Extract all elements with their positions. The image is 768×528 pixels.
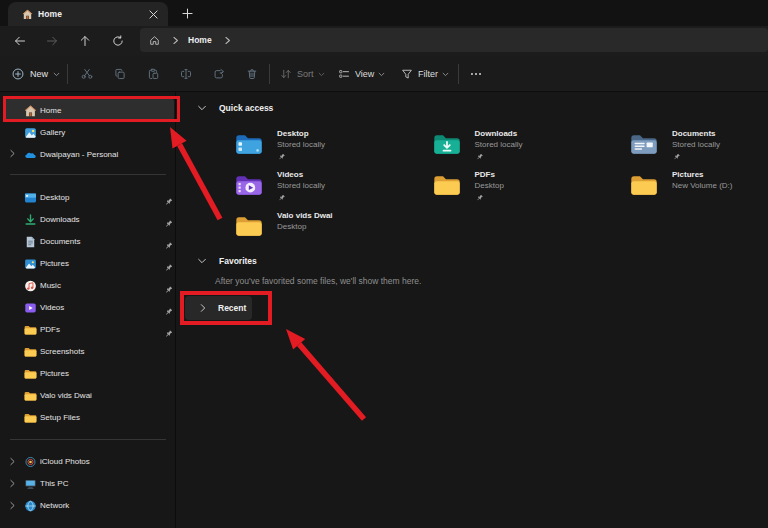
filter-button[interactable]: Filter [394,60,456,88]
sidebar-item-this-pc[interactable]: This PC [0,472,176,494]
chevron-down-icon[interactable] [196,102,208,114]
address-bar[interactable]: Home [140,28,768,52]
chevron-right-icon[interactable] [6,148,18,160]
quick-access-item-pdfs[interactable]: PDFs Desktop [431,169,623,209]
new-tab-button[interactable] [177,3,197,23]
sidebar-item-gallery[interactable]: Gallery [0,121,176,143]
home-icon [24,103,37,116]
view-icon [338,68,350,80]
chevron-right-icon[interactable] [197,302,209,314]
pin-icon [672,153,681,161]
up-button[interactable] [73,29,97,53]
up-arrow-icon [79,35,91,47]
folder-icon [630,172,658,198]
videos-folder-icon [235,172,263,198]
sidebar-item-onedrive[interactable]: Dwaipayan - Personal [0,143,176,165]
new-button-label: New [30,69,48,79]
cut-icon [81,68,93,80]
view-button-label: View [355,69,374,79]
quick-access-item-desktop[interactable]: Desktop Stored locally [233,128,425,168]
breadcrumb-chevron-icon[interactable] [224,36,231,45]
tab-close-button[interactable] [144,5,162,23]
favorites-empty-message: After you've favorited some files, we'll… [215,276,421,286]
paste-icon [147,68,159,80]
documents-icon [24,235,37,248]
chevron-down-icon [442,71,449,78]
quick-access-item-pictures[interactable]: Pictures New Volume (D:) [628,169,768,209]
forward-arrow-icon [46,35,58,47]
documents-folder-icon [630,131,658,157]
pictures-icon [24,257,37,270]
copy-icon [114,68,126,80]
sidebar-item-network[interactable]: Network [0,494,176,516]
chevron-right-icon[interactable] [6,455,18,467]
view-button[interactable]: View [331,60,392,88]
sort-icon [280,68,292,80]
favorites-header[interactable]: Favorites [196,255,257,267]
pin-icon [475,153,484,161]
refresh-button[interactable] [106,29,130,53]
chevron-down-icon [53,71,60,78]
new-plus-icon [12,68,24,80]
sidebar-item-pdfs[interactable]: PDFs [0,318,176,340]
gallery-icon [24,125,37,138]
back-button[interactable] [8,29,32,53]
recent-section-header[interactable]: Recent [185,296,252,320]
sidebar-item-videos[interactable]: Videos [0,296,176,318]
folder-icon [24,367,37,380]
delete-icon [246,68,258,80]
delete-button[interactable] [235,60,268,88]
paste-button[interactable] [136,60,169,88]
cut-button data-interactable= [70,60,103,88]
new-button[interactable]: New [10,60,62,88]
forward-button[interactable] [40,29,64,53]
folder-icon [433,172,461,198]
sidebar-item-icloud-photos[interactable]: iCloud Photos [0,450,176,472]
sidebar-item-pictures[interactable]: Pictures [0,252,176,274]
chevron-right-icon[interactable] [6,499,18,511]
quick-access-item-downloads[interactable]: Downloads Stored locally [431,128,623,168]
sort-button[interactable]: Sort [273,60,332,88]
refresh-icon [112,35,124,47]
desktop-folder-icon [24,191,37,204]
sidebar-item-pictures-folder[interactable]: Pictures [0,362,176,384]
pin-icon [475,194,484,202]
onedrive-icon [24,147,37,160]
sidebar-item-documents[interactable]: Documents [0,230,176,252]
pin-icon [164,303,173,312]
copy-button[interactable] [103,60,136,88]
sidebar-divider [10,439,166,440]
home-tab-icon [22,9,33,20]
folder-icon [235,213,263,239]
close-icon [149,10,158,19]
file-explorer-window: Home [0,0,768,528]
navigation-pane: Home Gallery Dwaipayan - Personal [0,92,176,528]
sidebar-item-downloads[interactable]: Downloads [0,208,176,230]
quick-access-item-valo-vids[interactable]: Valo vids Dwai Desktop [233,210,425,250]
tab-home[interactable]: Home [8,2,168,26]
quick-access-item-documents[interactable]: Documents Stored locally [628,128,768,168]
more-options-button[interactable] [462,60,490,88]
ellipsis-icon [470,68,482,80]
sidebar-divider [10,174,166,175]
sidebar-item-valo-vids[interactable]: Valo vids Dwai [0,384,176,406]
chevron-down-icon[interactable] [196,255,208,267]
chevron-right-icon[interactable] [6,477,18,489]
rename-button[interactable] [169,60,202,88]
breadcrumb-home[interactable]: Home [188,35,212,45]
folder-icon [24,345,37,358]
quick-access-header[interactable]: Quick access [196,102,273,114]
sidebar-item-screenshots[interactable]: Screenshots [0,340,176,362]
videos-icon [24,301,37,314]
sidebar-item-setup-files[interactable]: Setup Files [0,406,176,428]
share-button[interactable] [202,60,235,88]
tab-title: Home [38,9,62,19]
quick-access-item-videos[interactable]: Videos Stored locally [233,169,425,209]
downloads-icon [24,213,37,226]
toolbar-separator [458,64,459,84]
icloud-photos-icon [24,455,37,468]
filter-icon [401,68,413,80]
sidebar-item-desktop[interactable]: Desktop [0,186,176,208]
sidebar-item-music[interactable]: Music [0,274,176,296]
sidebar-item-home[interactable]: Home [4,98,174,121]
